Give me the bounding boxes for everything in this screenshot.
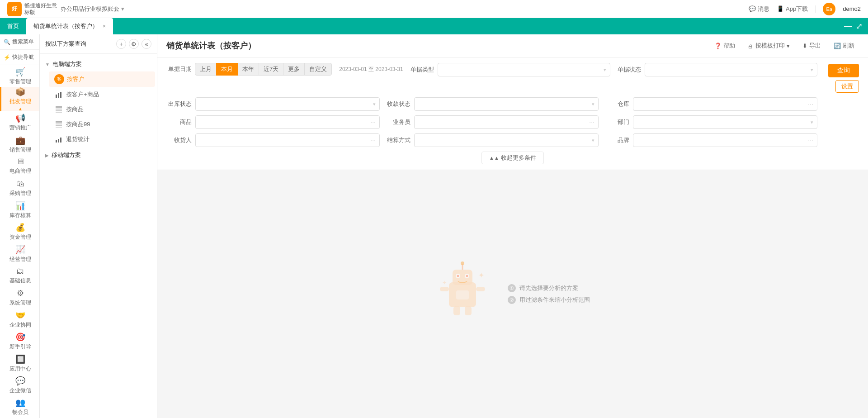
recipient-select[interactable]: ···: [195, 133, 380, 147]
sidebar-item-newbie[interactable]: 🎯 新手引导: [0, 330, 39, 352]
sidebar-search[interactable]: 🔍 搜索菜单: [0, 34, 39, 50]
date-btn-custom[interactable]: 自定义: [304, 63, 332, 76]
sidebar-quick-nav[interactable]: ⚡ 快捷导航: [0, 50, 39, 65]
newbie-label: 新手引导: [9, 343, 31, 351]
scheme-add-button[interactable]: +: [116, 39, 126, 49]
payment-label: 收款状态: [385, 100, 410, 108]
sidebar-item-purchase[interactable]: 🛍 采购管理: [0, 177, 39, 199]
date-btn-more[interactable]: 更多: [283, 63, 305, 76]
settlement-select[interactable]: [414, 133, 599, 147]
department-dropdown-icon: [811, 119, 813, 125]
date-range: 2023-03-01 至 2023-03-31: [339, 66, 403, 73]
empty-tip-1: ① 请先选择要分析的方案: [508, 284, 590, 292]
logo-text: 畅捷通好生意 标版: [24, 2, 57, 15]
query-button[interactable]: 查询: [828, 64, 859, 77]
sidebar-item-appstore[interactable]: 🔲 应用中心: [0, 352, 39, 374]
tree-item-goods99[interactable]: 按商品99: [49, 117, 155, 132]
date-btn-last-month[interactable]: 上月: [195, 63, 217, 76]
tree-item-by-goods[interactable]: 按商品: [49, 102, 155, 117]
scheme-settings-button[interactable]: ⚙: [129, 39, 139, 49]
sidebar-item-member[interactable]: 👥 畅会员: [0, 396, 39, 418]
tree-group-desktop-title[interactable]: ▼ 电脑端方案: [40, 57, 157, 71]
goods-select[interactable]: ···: [195, 115, 380, 129]
table2-icon: [54, 120, 63, 129]
brand-select[interactable]: ···: [633, 133, 817, 147]
app-download-icon: 📱: [777, 5, 784, 12]
sidebar-item-basic[interactable]: 🗂 基础信息: [0, 265, 39, 286]
scheme-header: 按以下方案查询 + ⚙ «: [40, 34, 157, 54]
sidebar-item-ecommerce[interactable]: 🖥 电商管理: [0, 155, 39, 177]
avatar[interactable]: Ea: [823, 3, 835, 15]
tab-minimize-icon[interactable]: —: [844, 21, 852, 31]
tree-item-return-stats[interactable]: 退货统计: [49, 132, 155, 147]
svg-rect-3: [56, 106, 62, 108]
main-content: 销货单统计表（按客户） ❓ 帮助 🖨 按模板打印 ▾ ⬇ 导出: [157, 34, 868, 418]
sidebar-item-system[interactable]: ⚙ 系统管理: [0, 287, 39, 309]
username: demo2: [843, 5, 861, 12]
tree-group-mobile-title[interactable]: ▶ 移动端方案: [40, 148, 157, 162]
sidebar-item-sales[interactable]: 💼 销售管理: [0, 133, 39, 155]
date-btn-this-month[interactable]: 本月: [216, 63, 238, 76]
document-type-select[interactable]: [438, 63, 610, 76]
goods-ellipsis-icon[interactable]: ···: [370, 119, 376, 126]
sidebar-item-wechat[interactable]: 💬 企业微信: [0, 374, 39, 396]
salesperson-ellipsis-icon[interactable]: ···: [589, 119, 594, 126]
tree-item-customer-goods[interactable]: 按客户+商品: [49, 87, 155, 102]
app-download-button[interactable]: 📱 App下载: [777, 5, 808, 13]
department-label: 部门: [604, 118, 629, 126]
template-print-button[interactable]: 🖨 按模板打印 ▾: [743, 40, 794, 52]
goods-label: 商品: [166, 118, 192, 126]
tab-maximize-icon[interactable]: ⤢: [856, 21, 863, 31]
sidebar-item-retail[interactable]: 🛒 零售管理: [0, 65, 39, 87]
outbound-label: 出库状态: [166, 100, 192, 108]
scheme-collapse-button[interactable]: «: [142, 39, 151, 49]
refresh-button[interactable]: 🔄 刷新: [829, 40, 859, 52]
tab-home[interactable]: 首页: [0, 18, 26, 34]
salesperson-select[interactable]: ···: [414, 115, 599, 129]
payment-dropdown-icon: [592, 101, 594, 107]
message-button[interactable]: 💬 消息: [749, 5, 769, 13]
department-select[interactable]: [633, 115, 817, 129]
document-status-select[interactable]: [645, 63, 817, 76]
sidebar-item-marketing[interactable]: 📢 营销推广: [0, 111, 39, 133]
tree-item-customer-goods-label: 按客户+商品: [66, 90, 99, 99]
date-btn-7days[interactable]: 近7天: [259, 63, 283, 76]
svg-rect-4: [56, 109, 62, 109]
sidebar-item-finance[interactable]: 💰 资金管理: [0, 221, 39, 242]
sidebar-item-operation[interactable]: 📈 经营管理: [0, 243, 39, 265]
newbie-icon: 🎯: [15, 332, 25, 342]
topbar-left: 好 畅捷通好生意 标版 办公用品行业模拟账套 ▾: [7, 2, 124, 16]
collapse-label: 收起更多条件: [501, 154, 536, 162]
collapse-button[interactable]: ▲▲ 收起更多条件: [481, 152, 544, 164]
sidebar-item-enterprise[interactable]: 🤝 企业协同: [0, 309, 39, 330]
chevron-down-icon[interactable]: ▾: [121, 5, 124, 12]
message-icon: 💬: [749, 5, 756, 12]
sales-icon: 💼: [15, 135, 25, 145]
warehouse-select[interactable]: ···: [633, 97, 817, 111]
basic-icon: 🗂: [16, 266, 24, 276]
settings-button[interactable]: 设置: [835, 80, 859, 93]
brand-label: 品牌: [604, 136, 629, 144]
breadcrumb: 办公用品行业模拟账套 ▾: [61, 5, 124, 13]
sidebar-item-stock[interactable]: 📊 库存核算: [0, 199, 39, 221]
export-button[interactable]: ⬇ 导出: [798, 40, 826, 52]
recipient-ellipsis-icon[interactable]: ···: [370, 137, 376, 144]
scheme-tree: ▼ 电脑端方案 客 按客户 按客户+商品: [40, 54, 157, 418]
tree-item-by-customer[interactable]: 客 按客户: [49, 71, 155, 87]
help-button[interactable]: ❓ 帮助: [710, 40, 740, 52]
wechat-icon: 💬: [15, 376, 25, 386]
warehouse-ellipsis-icon[interactable]: ···: [808, 100, 813, 108]
tree-item-customer-label: 按客户: [67, 75, 85, 83]
member-label: 畅会员: [12, 408, 28, 416]
search-icon: 🔍: [4, 39, 10, 45]
svg-point-21: [466, 275, 468, 277]
tab-active[interactable]: 销货单统计表（按客户） ×: [26, 18, 113, 34]
brand-ellipsis-icon[interactable]: ···: [808, 137, 813, 144]
payment-status-select[interactable]: [414, 97, 599, 111]
date-btn-this-year[interactable]: 本年: [237, 63, 259, 76]
sidebar-item-wholesale[interactable]: 📦 批发管理 ▲: [0, 87, 39, 111]
svg-rect-5: [56, 110, 62, 111]
operation-icon: 📈: [15, 245, 25, 255]
tab-close-icon[interactable]: ×: [103, 23, 106, 29]
outbound-status-select[interactable]: [195, 97, 380, 111]
